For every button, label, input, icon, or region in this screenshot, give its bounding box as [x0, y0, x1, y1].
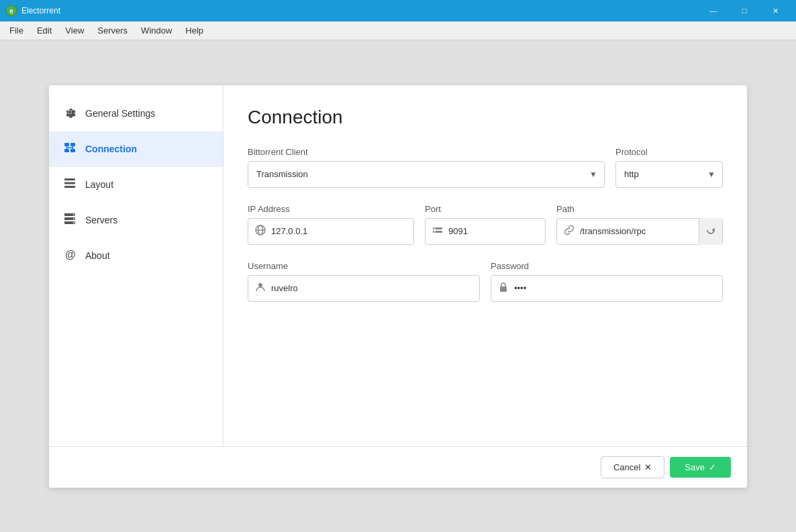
port-label: Port: [425, 204, 546, 214]
form-group-username: Username ruvelro: [248, 261, 480, 302]
close-button[interactable]: ✕: [760, 0, 791, 21]
cancel-icon: ✕: [644, 462, 652, 472]
svg-rect-27: [500, 286, 507, 292]
form-group-bittorrent-client: Bittorrent Client Transmission qBittorre…: [248, 147, 605, 188]
svg-rect-9: [64, 178, 75, 180]
svg-point-16: [73, 218, 74, 219]
layout-icon: [62, 176, 77, 193]
username-input-wrapper: ruvelro: [248, 275, 480, 302]
sidebar-item-servers[interactable]: Servers: [49, 203, 223, 238]
menu-servers[interactable]: Servers: [91, 23, 134, 38]
svg-text:e: e: [9, 7, 13, 15]
maximize-button[interactable]: □: [729, 0, 760, 21]
form-row-username-password: Username ruvelro Passwo: [248, 261, 723, 302]
sidebar-item-general-settings[interactable]: General Settings: [49, 96, 223, 131]
sidebar-label-layout: Layout: [85, 179, 113, 190]
svg-rect-10: [64, 182, 75, 184]
dialog-body: General Settings C: [49, 85, 747, 446]
username-input[interactable]: ruvelro: [271, 283, 472, 293]
svg-point-25: [434, 231, 436, 232]
password-input-wrapper: [491, 275, 723, 302]
bittorrent-client-select[interactable]: Transmission qBittorrent Deluge ruTorren…: [248, 162, 604, 187]
path-input[interactable]: /transmission/rpc: [580, 226, 693, 236]
svg-rect-5: [70, 149, 75, 152]
port-input-wrapper: 9091: [425, 218, 546, 245]
form-group-protocol: Protocol http https ▼: [615, 147, 723, 188]
lock-icon: [498, 282, 509, 295]
svg-rect-4: [64, 149, 69, 152]
protocol-wrapper: http https ▼: [615, 161, 723, 188]
svg-text:@: @: [65, 249, 76, 260]
form-row-ip-port-path: IP Address 127.0.0.1: [248, 204, 723, 245]
ip-address-input-wrapper: 127.0.0.1: [248, 218, 414, 245]
menu-edit[interactable]: Edit: [30, 23, 58, 38]
minimize-button[interactable]: —: [698, 0, 729, 21]
window-controls: — □ ✕: [698, 0, 791, 21]
globe-icon: [255, 225, 266, 238]
svg-point-24: [434, 227, 436, 229]
form-group-path: Path /transmission/rpc: [556, 204, 723, 245]
menu-window[interactable]: Window: [134, 23, 179, 38]
menubar: File Edit View Servers Window Help: [0, 21, 796, 40]
svg-rect-2: [64, 143, 69, 146]
save-icon: ✓: [709, 462, 716, 472]
sidebar-item-layout[interactable]: Layout: [49, 167, 223, 203]
port-input[interactable]: 9091: [448, 226, 561, 236]
svg-point-17: [73, 222, 74, 223]
user-icon: [255, 282, 266, 295]
about-icon: @: [62, 248, 77, 264]
svg-rect-11: [64, 186, 75, 188]
settings-dialog: General Settings C: [49, 85, 747, 488]
gear-icon: [62, 105, 77, 122]
connection-icon: [62, 141, 77, 158]
form-group-port: Port 9091: [425, 204, 546, 245]
sidebar-item-connection[interactable]: Connection: [49, 131, 223, 167]
main-area: General Settings C: [0, 40, 796, 532]
svg-rect-3: [70, 143, 75, 146]
sidebar-label-about: About: [85, 250, 110, 261]
menu-file[interactable]: File: [3, 23, 30, 38]
svg-point-26: [258, 283, 262, 287]
password-label: Password: [491, 261, 723, 271]
servers-icon: [62, 212, 77, 229]
save-label: Save: [685, 462, 705, 472]
bittorrent-client-wrapper: Transmission qBittorrent Deluge ruTorren…: [248, 161, 605, 188]
cancel-label: Cancel: [613, 462, 640, 472]
path-label: Path: [556, 204, 723, 214]
cancel-button[interactable]: Cancel ✕: [601, 456, 664, 478]
bittorrent-client-label: Bittorrent Client: [248, 147, 605, 157]
protocol-select[interactable]: http https: [616, 162, 722, 187]
path-input-wrapper: /transmission/rpc: [556, 218, 723, 245]
form-group-ip-address: IP Address 127.0.0.1: [248, 204, 414, 245]
svg-point-15: [73, 214, 74, 215]
menu-help[interactable]: Help: [179, 23, 210, 38]
titlebar: e Electorrent — □ ✕: [0, 0, 796, 21]
form-group-password: Password: [491, 261, 723, 302]
password-input[interactable]: [514, 283, 715, 293]
content-panel: Connection Bittorrent Client Transmissio…: [223, 85, 747, 446]
sidebar-label-general-settings: General Settings: [85, 108, 155, 119]
link-icon: [564, 225, 575, 238]
save-button[interactable]: Save ✓: [670, 457, 731, 478]
sidebar-item-about[interactable]: @ About: [49, 238, 223, 274]
protocol-label: Protocol: [615, 147, 723, 157]
username-label: Username: [248, 261, 480, 271]
form-row-client-protocol: Bittorrent Client Transmission qBittorre…: [248, 147, 723, 188]
port-icon: [432, 225, 443, 238]
sidebar-label-connection: Connection: [85, 144, 137, 154]
ip-address-label: IP Address: [248, 204, 414, 214]
menu-view[interactable]: View: [58, 23, 91, 38]
refresh-path-button[interactable]: [699, 218, 722, 245]
page-title: Connection: [248, 107, 723, 128]
sidebar-label-servers: Servers: [85, 215, 117, 225]
app-icon: e: [5, 5, 17, 17]
ip-address-input[interactable]: 127.0.0.1: [271, 226, 407, 236]
app-title: Electorrent: [21, 6, 698, 15]
dialog-footer: Cancel ✕ Save ✓: [49, 446, 747, 488]
sidebar: General Settings C: [49, 85, 223, 446]
